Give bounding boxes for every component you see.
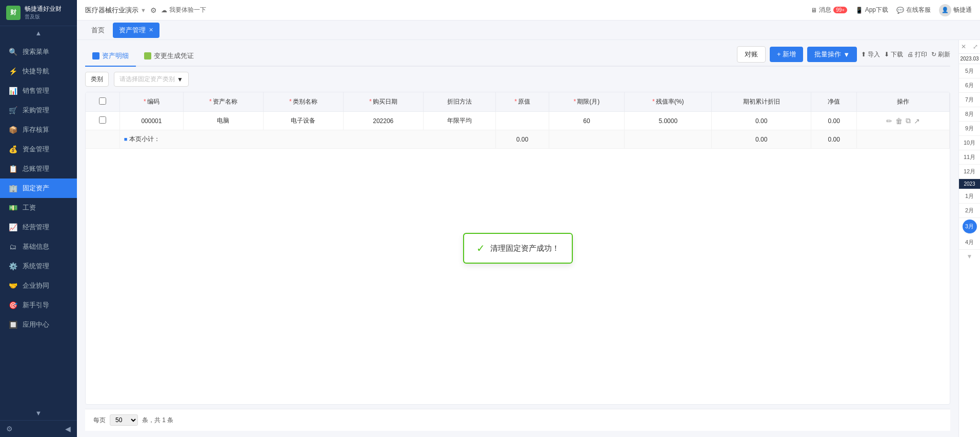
calendar-down-icon[interactable]: ▼ xyxy=(959,250,980,263)
sidebar-item-inventory[interactable]: 📦 库存核算 xyxy=(0,120,77,140)
sidebar-item-ops[interactable]: 📈 经营管理 xyxy=(0,217,77,237)
sidebar-nav: 🔍 搜索菜单 ⚡ 快捷导航 📊 销售管理 🛒 采购管理 📦 库存核算 💰 资金管… xyxy=(0,40,77,406)
sidebar-item-label: 资金管理 xyxy=(23,145,49,154)
cal-month-6[interactable]: 6月 xyxy=(959,78,980,93)
cal-month-8[interactable]: 8月 xyxy=(959,107,980,122)
message-button[interactable]: 🖥 消息 99+ xyxy=(811,6,847,14)
filter-arrow-icon: ▼ xyxy=(177,76,183,83)
toast-check-icon: ✓ xyxy=(476,242,485,254)
sidebar-item-collab[interactable]: 🤝 企业协同 xyxy=(0,276,77,295)
download-icon: ⬇ xyxy=(884,51,889,58)
company-selector[interactable]: 医疗器械行业演示 ▼ xyxy=(85,6,146,15)
new-button[interactable]: + 新增 xyxy=(770,47,803,62)
sidebar-item-finance[interactable]: 💰 资金管理 xyxy=(0,140,77,159)
sidebar-item-label: 经营管理 xyxy=(23,223,49,232)
subtotal-net-value: 0.00 xyxy=(811,130,857,149)
app-download-button[interactable]: 📱 App下载 xyxy=(855,6,888,14)
col-checkbox xyxy=(86,92,119,112)
logo-text: 畅捷通好业财 xyxy=(25,5,62,13)
sidebar-item-label: 采购管理 xyxy=(23,106,49,115)
sidebar-item-search[interactable]: 🔍 搜索菜单 xyxy=(0,42,77,62)
subtotal-label: ■ 本页小计： xyxy=(124,135,160,143)
select-all-checkbox[interactable] xyxy=(99,97,106,105)
assets-icon: 🏢 xyxy=(8,184,17,192)
sub-tab-change-voucher[interactable]: 变更生成凭证 xyxy=(137,46,201,67)
tab-home-label: 首页 xyxy=(91,26,105,34)
cal-month-current[interactable]: 3月 xyxy=(963,220,977,234)
assets-table: *编码 *资产名称 *类别名称 *购买日期 折旧方法 *原值 *期限(月) *残… xyxy=(86,92,950,149)
print-icon: 🖨 xyxy=(907,51,913,58)
horizontal-scrollbar[interactable] xyxy=(85,405,950,409)
reconcile-button[interactable]: 对账 xyxy=(737,46,766,63)
refresh-button[interactable]: ↻ 刷新 xyxy=(931,50,950,59)
collapse-icon[interactable]: ◀ xyxy=(65,425,71,433)
tab-close-icon[interactable]: ✕ xyxy=(149,27,153,33)
delete-icon[interactable]: 🗑 xyxy=(895,117,903,125)
settings-bottom-icon[interactable]: ⚙ xyxy=(6,425,13,433)
sidebar-item-guide[interactable]: 🎯 新手引导 xyxy=(0,295,77,315)
cal-month-2[interactable]: 2月 xyxy=(959,204,980,218)
action-icons: ✏ 🗑 ⧉ ↗ xyxy=(861,116,945,125)
per-page-label: 每页 xyxy=(93,416,106,425)
row-checkbox[interactable] xyxy=(99,116,106,124)
sidebar-item-label: 基础信息 xyxy=(23,242,49,251)
batch-ops-label: 批量操作 xyxy=(814,50,841,59)
experience-button[interactable]: ☁ 我要体验一下 xyxy=(161,6,206,14)
print-button[interactable]: 🖨 打印 xyxy=(907,50,927,59)
more-icon[interactable]: ↗ xyxy=(914,117,920,125)
batch-arrow-icon: ▼ xyxy=(843,51,850,58)
sidebar-item-quicknav[interactable]: ⚡ 快捷导航 xyxy=(0,62,77,81)
cal-month-1[interactable]: 1月 xyxy=(959,189,980,204)
batch-ops-button[interactable]: 批量操作 ▼ xyxy=(807,47,857,62)
category-filter[interactable]: 类别 xyxy=(85,72,109,87)
sidebar-item-ledger[interactable]: 📋 总账管理 xyxy=(0,159,77,178)
edit-icon[interactable]: ✏ xyxy=(886,117,892,125)
sidebar-item-assets[interactable]: 🏢 固定资产 xyxy=(0,178,77,198)
cal-month-9[interactable]: 9月 xyxy=(959,122,980,136)
customer-service-button[interactable]: 💬 在线客服 xyxy=(896,6,931,14)
cal-month-12[interactable]: 12月 xyxy=(959,165,980,179)
cal-month-10[interactable]: 10月 xyxy=(959,136,980,150)
message-badge: 99+ xyxy=(833,7,847,13)
download-button[interactable]: ⬇ 下载 xyxy=(884,50,903,59)
header-settings-icon[interactable]: ⚙ xyxy=(150,6,157,14)
calendar-close-icon[interactable]: ✕ xyxy=(961,43,966,50)
import-button[interactable]: ⬆ 导入 xyxy=(861,50,880,59)
calendar-header: ✕ ⤢ xyxy=(959,40,980,54)
success-toast: ✓ 清理固定资产成功！ xyxy=(463,233,573,264)
import-label: 导入 xyxy=(868,50,880,59)
cal-month-11[interactable]: 11月 xyxy=(959,150,980,165)
sidebar-logo: 财 畅捷通好业财 普及版 xyxy=(0,0,77,26)
sidebar-scroll-up[interactable]: ▲ xyxy=(0,26,77,40)
cell-purchase-date: 202206 xyxy=(343,112,423,130)
company-arrow-icon: ▼ xyxy=(141,7,146,13)
user-profile[interactable]: 👤 畅捷通 xyxy=(939,4,972,16)
calendar-expand-icon[interactable]: ⤢ xyxy=(973,43,978,50)
calendar-months: 5月 6月 7月 8月 9月 10月 11月 12月 2023 1月 2月 3月… xyxy=(959,64,980,437)
col-code: *编码 xyxy=(119,92,183,112)
col-category: *类别名称 xyxy=(263,92,343,112)
sidebar-item-payroll[interactable]: 💵 工资 xyxy=(0,198,77,217)
sidebar-item-apps[interactable]: 🔲 应用中心 xyxy=(0,315,77,334)
sub-tab-label: 资产明细 xyxy=(102,51,129,61)
category-dropdown[interactable]: 请选择固定资产类别 ▼ xyxy=(114,72,189,87)
tab-home[interactable]: 首页 xyxy=(85,23,111,38)
purchase-icon: 🛒 xyxy=(8,106,17,114)
cal-month-4[interactable]: 4月 xyxy=(959,235,980,250)
finance-icon: 💰 xyxy=(8,145,17,153)
sidebar-item-purchase[interactable]: 🛒 采购管理 xyxy=(0,101,77,120)
cal-month-5[interactable]: 5月 xyxy=(959,64,980,78)
copy-icon[interactable]: ⧉ xyxy=(906,116,911,125)
cell-initial-dep: 0.00 xyxy=(712,112,811,130)
cal-month-7[interactable]: 7月 xyxy=(959,93,980,107)
sidebar-item-base[interactable]: 🗂 基础信息 xyxy=(0,237,77,256)
sidebar-scroll-down[interactable]: ▼ xyxy=(0,406,77,420)
sidebar-item-label: 固定资产 xyxy=(23,184,49,193)
sidebar-item-system[interactable]: ⚙️ 系统管理 xyxy=(0,256,77,276)
sidebar-item-sales[interactable]: 📊 销售管理 xyxy=(0,81,77,101)
filter-left: 类别 请选择固定资产类别 ▼ xyxy=(85,72,189,87)
per-page-select[interactable]: 50 100 xyxy=(110,414,138,426)
tab-assets[interactable]: 资产管理 ✕ xyxy=(113,23,159,38)
col-initial-dep: 期初累计折旧 xyxy=(712,92,811,112)
sub-tab-asset-detail[interactable]: 资产明细 xyxy=(85,46,136,67)
